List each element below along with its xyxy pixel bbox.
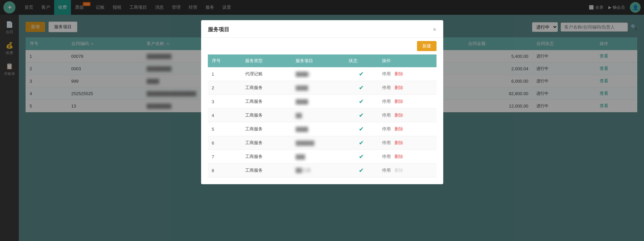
cell-svc-status: ✔: [345, 136, 378, 150]
cell-svc-action: 停用 删除: [378, 150, 437, 164]
delete-button[interactable]: 删除: [394, 126, 403, 131]
cell-svc-item: ██: [292, 109, 344, 122]
status-check-icon: ✔: [359, 126, 364, 132]
disable-button[interactable]: 停用: [382, 126, 391, 131]
cell-svc-type: 工商服务: [241, 95, 292, 109]
cell-svc-seq: 1: [208, 67, 241, 81]
cell-svc-action: 停用 删除: [378, 67, 437, 81]
status-check-icon: ✔: [359, 84, 364, 91]
cell-svc-type: 工商服务: [241, 122, 292, 136]
delete-button[interactable]: 删除: [394, 154, 403, 159]
cell-svc-item: ███: [292, 150, 344, 164]
cell-svc-status: ✔: [345, 164, 378, 177]
cell-svc-action: 停用 删除: [378, 164, 437, 177]
status-check-icon: ✔: [359, 112, 364, 119]
cell-svc-item: ████: [292, 122, 344, 136]
cell-svc-item: ████: [292, 81, 344, 95]
cell-svc-item: ██注册: [292, 164, 344, 177]
cell-svc-status: ✔: [345, 67, 378, 81]
delete-button[interactable]: 删除: [394, 140, 403, 145]
cell-svc-type: 工商服务: [241, 81, 292, 95]
service-table: 序号 服务类型 服务项目 状态 操作 1 代理记账 ████1 ✔ 停用 删除 …: [208, 54, 437, 177]
cell-svc-status: ✔: [345, 81, 378, 95]
disable-button[interactable]: 停用: [382, 85, 391, 90]
cell-svc-seq: 4: [208, 109, 241, 122]
modal-overlay[interactable]: 服务项目 × 新建 序号 服务类型 服务项目 状态 操作 1 代理记账 ████: [0, 0, 644, 241]
delete-button: 删除: [394, 168, 403, 173]
modal-body: 序号 服务类型 服务项目 状态 操作 1 代理记账 ████1 ✔ 停用 删除 …: [201, 54, 443, 184]
cell-svc-status: ✔: [345, 95, 378, 109]
cell-svc-seq: 8: [208, 164, 241, 177]
cell-svc-seq: 6: [208, 136, 241, 150]
cell-svc-status: ✔: [345, 150, 378, 164]
cell-svc-type: 工商服务: [241, 150, 292, 164]
cell-svc-type: 代理记账: [241, 67, 292, 81]
list-item: 2 工商服务 ████ ✔ 停用 删除: [208, 81, 437, 95]
list-item: 4 工商服务 ██ ✔ 停用 删除: [208, 109, 437, 122]
col-svc-seq: 序号: [208, 54, 241, 67]
cell-svc-seq: 3: [208, 95, 241, 109]
disable-button[interactable]: 停用: [382, 154, 391, 159]
col-svc-action: 操作: [378, 54, 437, 67]
cell-svc-item: ████1: [292, 67, 344, 81]
cell-svc-status: ✔: [345, 122, 378, 136]
list-item: 3 工商服务 ████ ✔ 停用 删除: [208, 95, 437, 109]
list-item: 6 工商服务 ██████ ✔ 停用 删除: [208, 136, 437, 150]
status-check-icon: ✔: [359, 98, 364, 105]
list-item: 1 代理记账 ████1 ✔ 停用 删除: [208, 67, 437, 81]
cell-svc-type: 工商服务: [241, 109, 292, 122]
list-item: 5 工商服务 ████ ✔ 停用 删除: [208, 122, 437, 136]
col-svc-status: 状态: [345, 54, 378, 67]
cell-svc-action: 停用 删除: [378, 109, 437, 122]
col-svc-type: 服务类型: [241, 54, 292, 67]
status-check-icon: ✔: [359, 139, 364, 146]
delete-button[interactable]: 删除: [394, 113, 403, 118]
disable-button[interactable]: 停用: [382, 71, 391, 76]
cell-svc-action: 停用 删除: [378, 122, 437, 136]
status-check-icon: ✔: [359, 71, 364, 77]
disable-button[interactable]: 停用: [382, 113, 391, 118]
cell-svc-seq: 7: [208, 150, 241, 164]
modal-title: 服务项目: [208, 26, 229, 33]
modal-new-button[interactable]: 新建: [417, 41, 437, 51]
modal-toolbar: 新建: [201, 38, 443, 54]
modal-header: 服务项目 ×: [201, 20, 443, 38]
cell-svc-item: ████: [292, 95, 344, 109]
cell-svc-type: 工商服务: [241, 164, 292, 177]
cell-svc-item: ██████: [292, 136, 344, 150]
cell-svc-action: 停用 删除: [378, 136, 437, 150]
status-check-icon: ✔: [359, 167, 364, 174]
service-items-modal: 服务项目 × 新建 序号 服务类型 服务项目 状态 操作 1 代理记账 ████: [201, 20, 443, 184]
list-item: 8 工商服务 ██注册 ✔ 停用 删除: [208, 164, 437, 177]
cell-svc-action: 停用 删除: [378, 95, 437, 109]
delete-button[interactable]: 删除: [394, 99, 403, 104]
cell-svc-action: 停用 删除: [378, 81, 437, 95]
disable-button[interactable]: 停用: [382, 99, 391, 104]
delete-button[interactable]: 删除: [394, 85, 403, 90]
disable-button[interactable]: 停用: [382, 168, 391, 173]
disable-button[interactable]: 停用: [382, 140, 391, 145]
cell-svc-seq: 5: [208, 122, 241, 136]
col-svc-item: 服务项目: [292, 54, 344, 67]
delete-button[interactable]: 删除: [394, 71, 403, 76]
modal-close-button[interactable]: ×: [433, 26, 437, 33]
cell-svc-seq: 2: [208, 81, 241, 95]
status-check-icon: ✔: [359, 153, 364, 160]
cell-svc-status: ✔: [345, 109, 378, 122]
service-header-row: 序号 服务类型 服务项目 状态 操作: [208, 54, 437, 67]
list-item: 7 工商服务 ███ ✔ 停用 删除: [208, 150, 437, 164]
cell-svc-type: 工商服务: [241, 136, 292, 150]
